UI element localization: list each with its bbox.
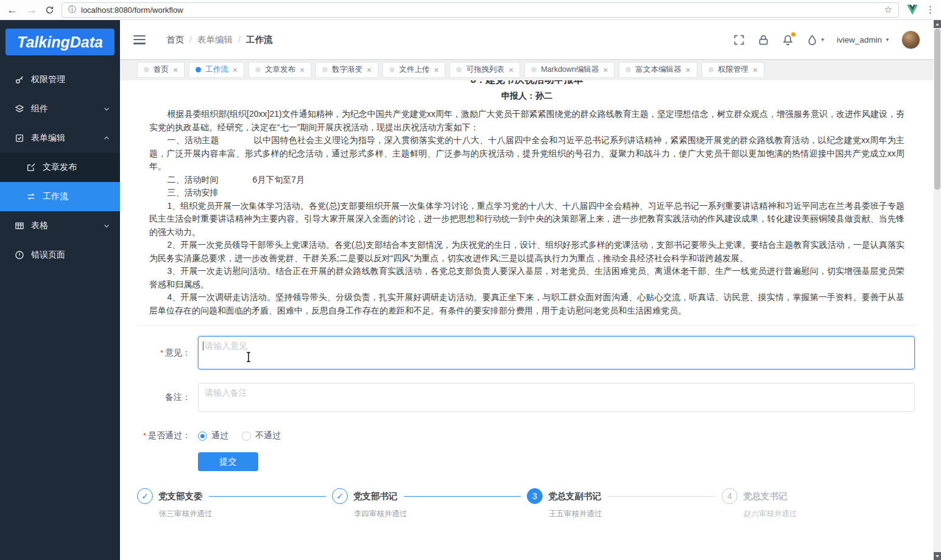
browser-menu-icon[interactable]: ⋮ bbox=[926, 4, 935, 15]
fullscreen-icon[interactable] bbox=[733, 33, 745, 46]
step-2: ✓ 党支部书记 李四审核并通过 bbox=[332, 488, 527, 519]
user-dropdown[interactable]: iview_admin ▼ bbox=[837, 35, 890, 44]
submit-button[interactable]: 提交 bbox=[198, 452, 258, 471]
chevron-down-icon bbox=[103, 222, 110, 229]
tab-dot bbox=[389, 67, 395, 72]
lock-icon[interactable] bbox=[757, 33, 770, 46]
step-title: 党支部书记 bbox=[353, 491, 398, 502]
breadcrumb-separator: / bbox=[189, 35, 192, 44]
compose-icon bbox=[26, 163, 36, 172]
step-number: 3 bbox=[527, 488, 543, 504]
pass-form-row: *是否通过： 通过 不通过 bbox=[137, 430, 917, 441]
tab-permission[interactable]: 权限管理 × bbox=[702, 62, 764, 78]
sidebar-item-permission[interactable]: 权限管理 bbox=[0, 65, 120, 94]
caret-down-icon: ▼ bbox=[820, 37, 825, 43]
sidebar-item-tables[interactable]: 表格 bbox=[0, 211, 120, 240]
step-1: ✓ 党支部支委 张三审核并通过 bbox=[137, 488, 332, 519]
step-check-icon: ✓ bbox=[137, 488, 153, 504]
step-3: 3 党总支副书记 王五审核并通过 bbox=[527, 488, 722, 519]
back-icon[interactable]: ← bbox=[6, 5, 18, 15]
tab-number-gradient[interactable]: 数字渐变 × bbox=[315, 62, 378, 78]
address-bar[interactable]: ⓘ localhost:8080/form/workflow ☆ bbox=[62, 2, 899, 18]
tab-richtext-editor[interactable]: 富文本编辑器 × bbox=[619, 62, 697, 78]
close-icon[interactable]: × bbox=[300, 66, 305, 74]
remark-textarea[interactable] bbox=[198, 383, 915, 412]
step-connector bbox=[607, 496, 716, 497]
close-icon[interactable]: × bbox=[685, 66, 690, 74]
step-title: 党总支书记 bbox=[743, 491, 788, 502]
sidebar-item-form-edit[interactable]: 表单编辑 bbox=[0, 124, 120, 153]
top-header: 首页 / 表单编辑 / 工作流 ▼ iview_admin ▼ bbox=[120, 20, 934, 59]
text-caret bbox=[203, 341, 203, 351]
breadcrumb-home[interactable]: 首页 bbox=[166, 34, 184, 46]
sidebar-item-article-publish[interactable]: 文章发布 bbox=[0, 153, 120, 182]
tab-label: 数字渐变 bbox=[332, 65, 362, 75]
step-description: 赵六审核并通过 bbox=[744, 509, 917, 519]
forward-icon[interactable]: → bbox=[26, 5, 38, 15]
opinion-textarea[interactable] bbox=[198, 336, 915, 369]
breadcrumb-separator: / bbox=[238, 35, 241, 44]
language-dropdown[interactable]: ▼ bbox=[806, 33, 825, 46]
tab-label: Markdown编辑器 bbox=[541, 65, 599, 75]
radio-pass[interactable]: 通过 bbox=[198, 430, 228, 441]
notification-bell-icon[interactable] bbox=[781, 33, 794, 46]
scroll-up-button[interactable] bbox=[934, 20, 941, 28]
breadcrumb-form-edit: 表单编辑 bbox=[197, 34, 233, 46]
page-scrollbar[interactable] bbox=[934, 20, 941, 560]
document-applicant: 申报人：孙二 bbox=[137, 91, 917, 102]
tab-dot bbox=[708, 67, 714, 72]
url-text[interactable]: localhost:8080/form/workflow bbox=[81, 5, 879, 15]
paragraph: 4、开展一次调研走访活动。坚持领导带头、分级负责，扎实开展好调研走访活动。要真正… bbox=[149, 291, 904, 317]
remark-form-row: 备注： bbox=[137, 383, 917, 412]
radio-label: 通过 bbox=[211, 430, 228, 441]
tab-label: 文件上传 bbox=[399, 65, 429, 75]
tab-workflow[interactable]: 工作流 × bbox=[189, 62, 244, 78]
scrollbar-thumb[interactable] bbox=[934, 29, 940, 190]
tab-article-publish[interactable]: 文章发布 × bbox=[248, 62, 311, 78]
tab-label: 富文本编辑器 bbox=[635, 65, 681, 75]
close-icon[interactable]: × bbox=[233, 66, 238, 74]
scroll-down-button[interactable] bbox=[934, 552, 941, 560]
step-4: 4 党总支书记 赵六审核并通过 bbox=[722, 488, 917, 519]
main-content: 8：建党节庆祝活动申报单 申报人：孙二 根据县委组织部(组织[20xx]21)文… bbox=[120, 80, 934, 560]
tab-label: 文章发布 bbox=[265, 65, 295, 75]
app-logo[interactable]: TalkingData bbox=[5, 29, 115, 55]
paragraph: 三、活动安排 bbox=[149, 186, 904, 200]
chevron-up-icon bbox=[103, 135, 110, 142]
close-icon[interactable]: × bbox=[509, 66, 513, 74]
collapse-menu-button[interactable] bbox=[133, 35, 146, 44]
tab-dot bbox=[255, 67, 261, 72]
sidebar: TalkingData 权限管理 组件 表单编辑 文章发布 工作流 表格 错误页… bbox=[0, 20, 120, 560]
radio-label: 不通过 bbox=[255, 430, 281, 441]
page-info-icon[interactable]: ⓘ bbox=[68, 4, 76, 15]
sidebar-item-error-pages[interactable]: 错误页面 bbox=[0, 240, 120, 270]
tab-file-upload[interactable]: 文件上传 × bbox=[382, 62, 445, 78]
document-title: 8：建党节庆祝活动申报单 bbox=[137, 80, 917, 86]
table-icon bbox=[15, 221, 24, 231]
close-icon[interactable]: × bbox=[367, 66, 372, 74]
refresh-icon[interactable] bbox=[45, 5, 54, 15]
approval-steps: ✓ 党支部支委 张三审核并通过 ✓ 党支部书记 李四审核并通过 3 党总支副书记… bbox=[137, 488, 917, 519]
tab-home[interactable]: 首页 × bbox=[137, 62, 185, 78]
radio-fail[interactable]: 不通过 bbox=[242, 430, 281, 441]
bookmark-star-icon[interactable]: ☆ bbox=[884, 4, 892, 15]
paragraph: 3、开展一次走访慰问活动。结合正在开展的群众路线教育实践活动，各党总支部负责人要… bbox=[149, 265, 904, 291]
sidebar-item-components[interactable]: 组件 bbox=[0, 94, 120, 124]
ink-drop-icon bbox=[806, 33, 819, 46]
tab-draggable-list[interactable]: 可拖拽列表 × bbox=[449, 62, 520, 78]
tab-dot bbox=[456, 67, 462, 72]
step-connector bbox=[209, 496, 326, 497]
avatar[interactable] bbox=[901, 30, 920, 49]
chevron-down-icon bbox=[103, 105, 110, 113]
vue-devtools-icon[interactable] bbox=[906, 4, 918, 15]
key-icon bbox=[15, 75, 24, 85]
tab-markdown-editor[interactable]: Markdown编辑器 × bbox=[524, 62, 615, 78]
close-icon[interactable]: × bbox=[603, 66, 608, 74]
close-icon[interactable]: × bbox=[173, 66, 178, 74]
close-icon[interactable]: × bbox=[434, 66, 439, 74]
tab-label: 工作流 bbox=[205, 65, 228, 75]
alert-circle-icon bbox=[15, 250, 24, 260]
browser-chrome: ← → ⓘ localhost:8080/form/workflow ☆ ⋮ bbox=[0, 0, 941, 20]
close-icon[interactable]: × bbox=[753, 66, 758, 74]
sidebar-item-workflow[interactable]: 工作流 bbox=[0, 182, 120, 211]
